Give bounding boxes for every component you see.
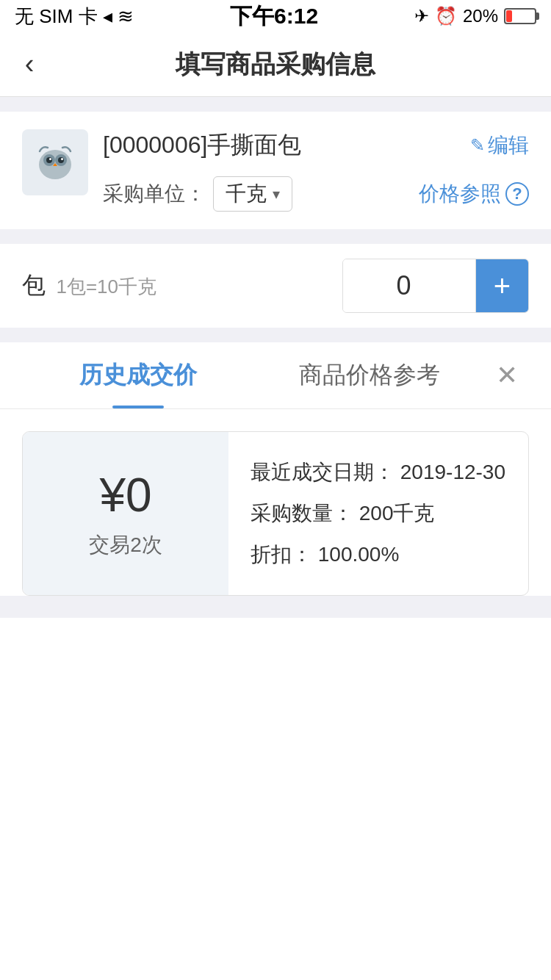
- product-info: [0000006]手撕面包 ✎ 编辑 采购单位： 千克 ▾ 价格参照 ?: [103, 129, 529, 212]
- product-thumb-icon: [29, 137, 81, 188]
- tab-history-label: 历史成交价: [79, 359, 197, 392]
- tab-panel: 历史成交价 商品价格参考 ✕ ¥0 交易2次 最近成交日期： 2019-12-3…: [0, 342, 551, 596]
- tab-product-label: 商品价格参考: [299, 359, 440, 392]
- price-card: ¥0 交易2次 最近成交日期： 2019-12-30 采购数量： 200千克 折…: [22, 431, 529, 596]
- quantity-input[interactable]: [343, 259, 475, 312]
- recent-date-label: 最近成交日期：: [251, 461, 395, 483]
- back-arrow-icon: ‹: [25, 48, 35, 80]
- tab-close-button[interactable]: ✕: [485, 342, 529, 408]
- price-summary-left: ¥0 交易2次: [23, 432, 228, 595]
- alarm-icon: ⏰: [435, 6, 457, 26]
- svg-point-6: [61, 158, 63, 160]
- nav-bar: ‹ 填写商品采购信息: [0, 32, 551, 97]
- status-signal: 无 SIM 卡 ◂ ≋: [15, 4, 134, 29]
- recent-date-row: 最近成交日期： 2019-12-30: [251, 458, 506, 486]
- location-icon: ✈: [414, 6, 429, 26]
- battery-icon: [504, 8, 536, 24]
- unit-selector-group: 采购单位： 千克 ▾: [103, 176, 292, 212]
- price-detail-right: 最近成交日期： 2019-12-30 采购数量： 200千克 折扣： 100.0…: [228, 432, 528, 595]
- price-ref-help-icon: ?: [505, 182, 529, 206]
- price-ref-label: 价格参照: [419, 180, 501, 208]
- purchase-qty-row: 采购数量： 200千克: [251, 500, 506, 527]
- unit-value: 千克: [226, 180, 267, 208]
- back-button[interactable]: ‹: [0, 32, 59, 97]
- product-name-row: [0000006]手撕面包 ✎ 编辑: [103, 129, 529, 162]
- product-header: [0000006]手撕面包 ✎ 编辑 采购单位： 千克 ▾ 价格参照 ?: [22, 129, 529, 212]
- svg-point-4: [58, 157, 64, 163]
- plus-icon: +: [494, 270, 511, 303]
- purchase-qty-value: 200千克: [359, 502, 435, 525]
- discount-label: 折扣：: [251, 543, 312, 566]
- unit-tag-group: 包 1包=10千克: [22, 270, 156, 302]
- product-name: [0000006]手撕面包: [103, 129, 301, 162]
- discount-value: 100.00%: [318, 543, 400, 566]
- chevron-down-icon: ▾: [273, 185, 280, 203]
- status-right-group: ✈ ⏰ 20%: [414, 6, 536, 26]
- svg-point-5: [49, 158, 51, 160]
- edit-label: 编辑: [488, 131, 529, 159]
- tab-product-price-ref[interactable]: 商品价格参考: [253, 342, 485, 408]
- status-time: 下午6:12: [230, 1, 318, 32]
- status-bar: 无 SIM 卡 ◂ ≋ 下午6:12 ✈ ⏰ 20%: [0, 0, 551, 32]
- discount-row: 折扣： 100.00%: [251, 541, 506, 569]
- price-reference-button[interactable]: 价格参照 ?: [419, 180, 529, 208]
- tab-history-price[interactable]: 历史成交价: [22, 342, 253, 408]
- unit-select-dropdown[interactable]: 千克 ▾: [213, 176, 292, 212]
- qty-unit-tag: 包: [22, 272, 46, 298]
- quantity-input-group: +: [342, 259, 529, 313]
- page-title: 填写商品采购信息: [176, 48, 375, 82]
- edit-button[interactable]: ✎ 编辑: [470, 131, 529, 159]
- tab-header: 历史成交价 商品价格参考 ✕: [0, 342, 551, 409]
- quantity-increment-button[interactable]: +: [475, 259, 528, 312]
- recent-date-value: 2019-12-30: [400, 461, 505, 483]
- svg-point-3: [46, 157, 52, 163]
- purchase-qty-label: 采购数量：: [251, 502, 353, 525]
- product-unit-row: 采购单位： 千克 ▾ 价格参照 ?: [103, 176, 529, 212]
- bottom-space: [0, 618, 551, 980]
- battery-percent: 20%: [463, 6, 498, 26]
- edit-icon: ✎: [470, 135, 485, 156]
- price-trades: 交易2次: [89, 531, 162, 559]
- close-icon: ✕: [496, 360, 518, 391]
- unit-label: 采购单位：: [103, 180, 206, 208]
- product-thumbnail: [22, 129, 88, 195]
- price-amount: ¥0: [99, 468, 151, 522]
- product-card: [0000006]手撕面包 ✎ 编辑 采购单位： 千克 ▾ 价格参照 ?: [0, 112, 551, 229]
- quantity-section: 包 1包=10千克 +: [0, 244, 551, 328]
- qty-unit-desc: 1包=10千克: [56, 275, 156, 298]
